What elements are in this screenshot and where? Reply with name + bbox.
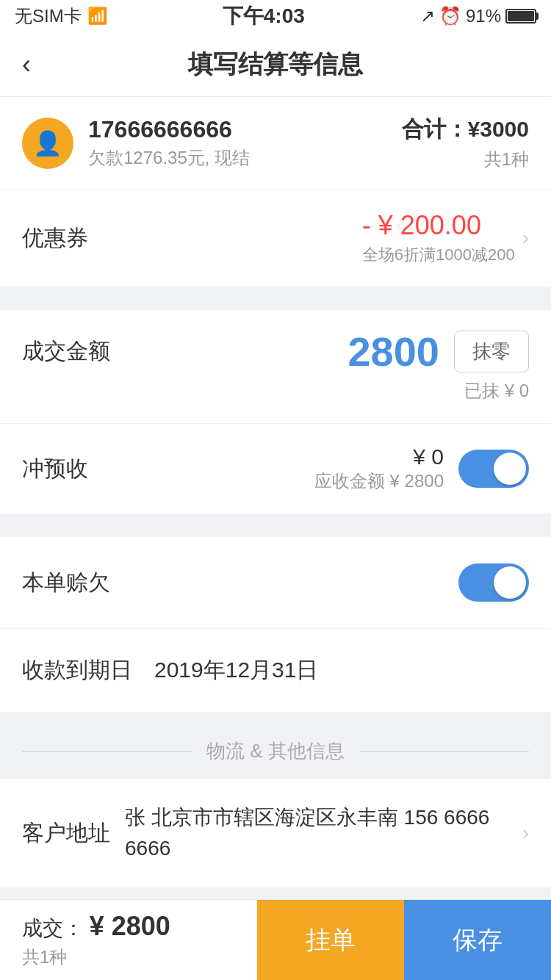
prepay-toggle[interactable] (458, 450, 529, 488)
divider-section: 物流 & 其他信息 (0, 724, 551, 779)
location-icon: ↗ (420, 6, 435, 26)
due-row: 收款到期日 2019年12月31日 (0, 628, 551, 712)
coupon-chevron-icon: › (522, 226, 529, 250)
toggle-knob (494, 453, 526, 485)
save-button[interactable]: 保存 (404, 900, 551, 980)
coupon-right: - ¥ 200.00 全场6折满1000减200 › (362, 210, 529, 266)
debt-card: 本单赊欠 收款到期日 2019年12月31日 (0, 537, 551, 712)
avatar-icon: 👤 (33, 129, 62, 157)
customer-card: 👤 17666666666 欠款1276.35元, 现结 合计：¥3000 共1… (0, 97, 551, 287)
divider-left (22, 751, 192, 752)
prepay-right: ¥ 0 应收金额 ¥ 2800 (314, 444, 529, 493)
carrier-label: 无SIM卡 (15, 4, 82, 28)
deal-sub-text: 已抹 ¥ 0 (464, 381, 529, 400)
main-content: 👤 17666666666 欠款1276.35元, 现结 合计：¥3000 共1… (0, 97, 551, 980)
bottom-deal-amount: ¥ 2800 (90, 911, 170, 941)
address-card: 客户地址 张 北京市市辖区海淀区永丰南 156 6666 6666 › (0, 779, 551, 887)
battery-icon (505, 9, 536, 24)
customer-debt: 欠款1276.35元, 现结 (88, 146, 250, 170)
coupon-info: - ¥ 200.00 全场6折满1000减200 (362, 210, 515, 266)
back-button[interactable]: ‹ (22, 49, 31, 80)
bottom-info: 成交： ¥ 2800 共1种 (0, 900, 257, 980)
coupon-desc: 全场6折满1000减200 (362, 244, 515, 266)
prepay-amount: ¥ 0 (314, 444, 444, 469)
status-bar: 无SIM卡 📶 下午4:03 ↗ ⏰ 91% (0, 0, 551, 32)
deal-row: 成交金额 2800 抹零 (22, 331, 529, 372)
deal-label: 成交金额 (22, 336, 110, 367)
customer-left: 👤 17666666666 欠款1276.35元, 现结 (22, 116, 250, 170)
status-right: ↗ ⏰ 91% (420, 6, 536, 26)
address-chevron-icon: › (522, 821, 529, 845)
deal-section: 成交金额 2800 抹零 已抹 ¥ 0 (0, 310, 551, 423)
separator-1 (0, 298, 551, 310)
bottom-deal-label: 成交： (22, 917, 84, 940)
debt-row: 本单赊欠 (0, 537, 551, 628)
prepay-row: 冲预收 ¥ 0 应收金额 ¥ 2800 (0, 423, 551, 514)
address-row[interactable]: 客户地址 张 北京市市辖区海淀区永丰南 156 6666 6666 › (0, 779, 551, 887)
prepay-left: 冲预收 (22, 454, 88, 484)
avatar: 👤 (22, 118, 73, 169)
divider-text: 物流 & 其他信息 (206, 738, 345, 764)
coupon-label: 优惠券 (22, 223, 88, 253)
wifi-icon: 📶 (87, 7, 107, 26)
round-button[interactable]: 抹零 (454, 331, 529, 372)
page-title: 填写结算等信息 (188, 48, 363, 82)
status-left: 无SIM卡 📶 (15, 4, 107, 28)
total-count: 共1种 (402, 148, 529, 171)
customer-row: 👤 17666666666 欠款1276.35元, 现结 合计：¥3000 共1… (0, 97, 551, 189)
hold-button[interactable]: 挂单 (257, 900, 404, 980)
bottom-deal-line: 成交： ¥ 2800 (22, 911, 235, 943)
debt-toggle-knob (494, 566, 526, 599)
customer-info: 17666666666 欠款1276.35元, 现结 (88, 116, 250, 170)
bottom-count: 共1种 (22, 945, 235, 969)
address-label: 客户地址 (22, 818, 110, 849)
deal-right: 2800 抹零 (347, 331, 529, 372)
prepay-label: 冲预收 (22, 454, 88, 484)
deal-card: 成交金额 2800 抹零 已抹 ¥ 0 冲预收 ¥ 0 应收金额 ¥ 2800 (0, 310, 551, 514)
status-time: 下午4:03 (223, 2, 305, 30)
due-label: 收款到期日 (22, 655, 132, 685)
address-value: 张 北京市市辖区海淀区永丰南 156 6666 6666 (125, 802, 508, 864)
battery-percent: 91% (466, 6, 501, 26)
prepay-amount-block: ¥ 0 应收金额 ¥ 2800 (314, 444, 444, 493)
deal-amount-value: 2800 (347, 331, 439, 372)
customer-phone: 17666666666 (88, 116, 250, 143)
separator-2 (0, 525, 551, 537)
prepay-sub: 应收金额 ¥ 2800 (314, 469, 444, 493)
due-value: 2019年12月31日 (154, 655, 318, 685)
coupon-row[interactable]: 优惠券 - ¥ 200.00 全场6折满1000减200 › (0, 189, 551, 287)
total-amount: 合计：¥3000 (402, 115, 529, 145)
debt-label: 本单赊欠 (22, 568, 110, 598)
debt-toggle[interactable] (458, 563, 529, 602)
divider-right (359, 751, 529, 752)
customer-total: 合计：¥3000 共1种 (402, 115, 529, 171)
nav-bar: ‹ 填写结算等信息 (0, 32, 551, 97)
alarm-icon: ⏰ (439, 6, 461, 26)
bottom-bar: 成交： ¥ 2800 共1种 挂单 保存 (0, 899, 551, 980)
coupon-discount: - ¥ 200.00 (362, 210, 515, 241)
